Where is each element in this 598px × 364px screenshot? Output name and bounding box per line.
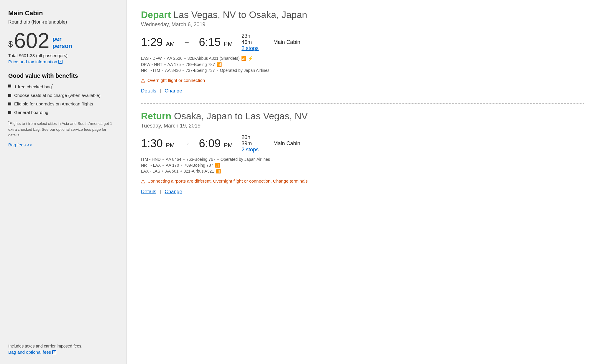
return-segments: ITM - HND AA 8464 763-Boeing 767 Operate… — [141, 157, 584, 173]
includes-text: Includes taxes and carrier imposed fees. — [8, 344, 118, 348]
return-section: Return Osaka, Japan to Las Vegas, NV Tue… — [141, 111, 584, 195]
depart-date: Wednesday, March 6, 2019 — [141, 21, 584, 28]
bag-fees-link[interactable]: Bag fees >> — [8, 142, 32, 147]
warning-icon: △ — [141, 178, 145, 184]
dot-icon — [184, 58, 186, 59]
price-dollar-sign: $ — [8, 39, 13, 49]
depart-change-button[interactable]: Change — [165, 88, 182, 94]
depart-cabin: Main Cabin — [273, 39, 300, 45]
depart-header: Depart Las Vegas, NV to Osaka, Japan Wed… — [141, 9, 584, 28]
return-arrive-time: 6:09 PM — [199, 137, 233, 150]
bullet-icon — [8, 85, 11, 87]
wifi-icon: 📶 — [217, 62, 222, 67]
return-route: Osaka, Japan to Las Vegas, NV — [174, 111, 308, 121]
segment-row: ITM - HND AA 8464 763-Boeing 767 Operate… — [141, 157, 584, 162]
power-icon: ⚡ — [248, 56, 254, 61]
depart-times-row: 1:29 AM → 6:15 PM 23h46m 2 stops Main Ca… — [141, 33, 584, 52]
dot-icon — [164, 64, 166, 65]
dot-icon — [183, 159, 185, 160]
return-header: Return Osaka, Japan to Las Vegas, NV Tue… — [141, 111, 584, 129]
return-change-button[interactable]: Change — [165, 189, 182, 195]
depart-actions: Details | Change — [141, 88, 584, 94]
return-times-row: 1:30 PM → 6:09 PM 20h39m 2 stops Main Ca… — [141, 134, 584, 153]
segment-row: NRT - LAX AA 170 789-Boeing 787 📶 — [141, 163, 584, 168]
dot-icon — [180, 171, 182, 172]
depart-arrow: → — [184, 39, 190, 46]
price-total: Total $601.33 (all passengers) — [8, 53, 118, 58]
sidebar-bottom: Includes taxes and carrier imposed fees.… — [8, 332, 118, 355]
benefit-item: General boarding — [8, 110, 118, 115]
return-duration-stops: 20h39m 2 stops — [242, 134, 259, 153]
dot-icon — [217, 70, 218, 71]
price-amount: 602 — [14, 30, 50, 51]
return-duration: 20h39m — [242, 134, 252, 147]
depart-duration: 23h46m — [242, 33, 252, 45]
depart-route: Las Vegas, NV to Osaka, Japan — [173, 9, 307, 20]
return-details-button[interactable]: Details — [141, 189, 156, 195]
depart-arrive-time: 6:15 PM — [199, 36, 233, 49]
price-row: $ 602 perperson — [8, 30, 118, 51]
return-direction: Return Osaka, Japan to Las Vegas, NV — [141, 111, 584, 122]
wifi-icon: 📶 — [241, 56, 246, 61]
bag-footnote: *Flights to / from select cities in Asia… — [8, 120, 118, 138]
wifi-icon: 📶 — [215, 163, 220, 168]
dot-icon — [162, 159, 164, 160]
bag-optional-fees-link[interactable]: Bag and optional fees ↗ — [8, 350, 118, 355]
depart-warning: △ Overnight flight or connection — [141, 77, 584, 83]
segment-row: NRT - ITM AA 8430 737-Boeing 737 Operate… — [141, 68, 584, 73]
segment-row: DFW - NRT AA 175 789-Boeing 787 📶 — [141, 62, 584, 67]
dot-icon — [181, 165, 182, 166]
segment-row: LAS - DFW AA 2526 32B-Airbus A321 (Shark… — [141, 56, 584, 61]
return-arrow: → — [184, 140, 190, 148]
segment-row: LAX - LAS AA 501 321-Airbus A321 📶 — [141, 169, 584, 173]
dot-icon — [162, 70, 163, 71]
return-depart-time: 1:30 PM — [141, 137, 175, 150]
warning-icon: △ — [141, 77, 145, 83]
return-date: Tuesday, March 19, 2019 — [141, 123, 584, 129]
benefit-list: 1 free checked bag* Choose seats at no c… — [8, 83, 118, 115]
return-warning: △ Connecting airports are different, Ove… — [141, 178, 584, 184]
benefit-item: 1 free checked bag* — [8, 83, 118, 89]
depart-duration-stops: 23h46m 2 stops — [242, 33, 259, 52]
action-separator: | — [160, 88, 161, 94]
dot-icon — [183, 64, 184, 65]
dot-icon — [162, 171, 163, 172]
external-link-icon-2: ↗ — [52, 350, 56, 354]
dot-icon — [217, 159, 219, 160]
trip-type: Round trip (Non-refundable) — [8, 19, 118, 25]
return-cabin: Main Cabin — [273, 140, 300, 147]
wifi-icon: 📶 — [216, 169, 221, 173]
bullet-icon — [8, 111, 11, 114]
depart-stops-link[interactable]: 2 stops — [242, 45, 259, 52]
benefits-title: Good value with benefits — [8, 72, 118, 79]
external-link-icon: ↗ — [58, 60, 63, 64]
price-per-person: perperson — [52, 35, 72, 49]
dot-icon — [183, 70, 184, 71]
return-stops-link[interactable]: 2 stops — [242, 147, 259, 153]
depart-section: Depart Las Vegas, NV to Osaka, Japan Wed… — [141, 9, 584, 94]
main-content: Depart Las Vegas, NV to Osaka, Japan Wed… — [127, 0, 598, 364]
sidebar: Main Cabin Round trip (Non-refundable) $… — [0, 0, 127, 364]
bullet-icon — [8, 102, 11, 105]
return-actions: Details | Change — [141, 189, 584, 195]
action-separator: | — [160, 189, 161, 195]
dot-icon — [162, 165, 164, 166]
depart-time: 1:29 AM — [141, 36, 175, 49]
cabin-title: Main Cabin — [8, 9, 118, 17]
return-label: Return — [141, 111, 171, 121]
section-divider — [141, 103, 584, 104]
depart-label: Depart — [141, 9, 171, 20]
depart-segments: LAS - DFW AA 2526 32B-Airbus A321 (Shark… — [141, 56, 584, 73]
dot-icon — [164, 58, 165, 59]
benefit-item: Choose seats at no charge (when availabl… — [8, 93, 118, 98]
depart-details-button[interactable]: Details — [141, 88, 156, 94]
depart-direction: Depart Las Vegas, NV to Osaka, Japan — [141, 9, 584, 20]
benefit-item: Eligible for upgrades on American flight… — [8, 101, 118, 106]
price-tax-info-link[interactable]: Price and tax information ↗ — [8, 59, 118, 64]
bullet-icon — [8, 94, 11, 97]
